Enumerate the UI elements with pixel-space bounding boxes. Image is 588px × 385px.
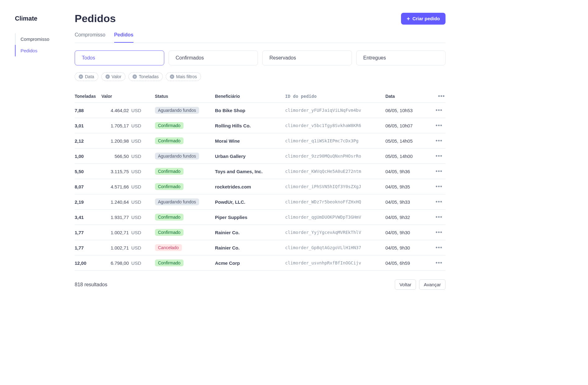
- cell-tons: 8,07: [75, 179, 101, 194]
- cell-amount: 6.798,00USD: [101, 255, 155, 271]
- cell-status: Confirmado: [155, 179, 215, 194]
- cell-actions: •••: [432, 103, 446, 118]
- table-row[interactable]: 1,00566,50USDAguardando fundosUrban Gall…: [75, 149, 446, 164]
- cell-amount: 1.200,98USD: [101, 133, 155, 149]
- chip-label: Toneladas: [139, 74, 159, 79]
- chip-label: Valor: [112, 74, 122, 79]
- cell-actions: •••: [432, 225, 446, 240]
- row-more-icon[interactable]: •••: [436, 168, 443, 174]
- back-button[interactable]: Voltar: [395, 279, 416, 290]
- currency-label: USD: [131, 230, 141, 235]
- col-order-id[interactable]: ID do pedido: [285, 90, 385, 103]
- cell-order-id: climorder_WDz7r5beoknoFfZHxHQ: [285, 194, 385, 210]
- cell-status: Confirmado: [155, 210, 215, 225]
- cell-tons: 2,19: [75, 194, 101, 210]
- sidebar-item-1[interactable]: Pedidos: [15, 45, 62, 56]
- table-row[interactable]: 12,006.798,00USDConfirmadoAcme Corpclimo…: [75, 255, 446, 271]
- row-more-icon[interactable]: •••: [436, 245, 443, 251]
- col-date[interactable]: Data: [385, 90, 432, 103]
- status-badge: Confirmado: [155, 183, 184, 190]
- status-badge: Confirmado: [155, 214, 184, 221]
- cell-beneficiary: Acme Corp: [215, 255, 285, 271]
- col-status[interactable]: Status: [155, 90, 215, 103]
- plus-circle-icon: +: [170, 74, 174, 79]
- cell-order-id: climorder_qgUmDUOKPVWDpT3GHmV: [285, 210, 385, 225]
- cell-tons: 2,12: [75, 133, 101, 149]
- row-more-icon[interactable]: •••: [436, 214, 443, 220]
- cell-actions: •••: [432, 240, 446, 255]
- status-badge: Confirmado: [155, 259, 184, 266]
- row-more-icon[interactable]: •••: [436, 229, 443, 235]
- header-more-icon[interactable]: •••: [438, 93, 446, 99]
- table-row[interactable]: 3,011.705,17USDConfirmadoRolling Hills C…: [75, 118, 446, 133]
- amount-value: 566,50: [114, 154, 129, 159]
- table-row[interactable]: 2,121.200,98USDConfirmadoMorai Wineclimo…: [75, 133, 446, 149]
- row-more-icon[interactable]: •••: [436, 122, 443, 129]
- table-row[interactable]: 5,503.115,75USDConfirmadoToys and Games,…: [75, 164, 446, 179]
- table-row[interactable]: 3,411.931,77USDConfirmadoPiper Suppliesc…: [75, 210, 446, 225]
- sidebar: Climate CompromissoPedidos: [0, 0, 62, 302]
- cell-amount: 1.931,77USD: [101, 210, 155, 225]
- status-badge: Aguardando fundos: [155, 107, 199, 114]
- table-row[interactable]: 1,771.002,71USDConfirmadoRainier Co.clim…: [75, 225, 446, 240]
- cell-actions: •••: [432, 255, 446, 271]
- header: Pedidos + Criar pedido: [75, 12, 446, 25]
- row-more-icon[interactable]: •••: [436, 260, 443, 266]
- chip-label: Mais filtros: [176, 74, 197, 79]
- filter-chip-2[interactable]: +Toneladas: [128, 72, 163, 81]
- cell-status: Confirmado: [155, 164, 215, 179]
- amount-value: 1.705,17: [111, 123, 129, 128]
- row-more-icon[interactable]: •••: [436, 199, 443, 205]
- filter-card-2[interactable]: Reservados: [262, 50, 352, 65]
- filter-chips: +Data+Valor+Toneladas+Mais filtros: [75, 72, 446, 81]
- cell-tons: 1,77: [75, 225, 101, 240]
- cell-tons: 3,01: [75, 118, 101, 133]
- row-more-icon[interactable]: •••: [436, 107, 443, 113]
- create-order-label: Criar pedido: [413, 16, 440, 21]
- filter-card-3[interactable]: Entregues: [356, 50, 446, 65]
- currency-label: USD: [131, 108, 141, 113]
- currency-label: USD: [131, 215, 141, 220]
- sidebar-nav: CompromissoPedidos: [15, 33, 62, 56]
- tab-1[interactable]: Pedidos: [114, 32, 133, 43]
- filter-card-1[interactable]: Confirmados: [169, 50, 258, 65]
- cell-status: Confirmado: [155, 225, 215, 240]
- cell-amount: 1.002,71USD: [101, 225, 155, 240]
- row-more-icon[interactable]: •••: [436, 183, 443, 190]
- cell-tons: 1,00: [75, 149, 101, 164]
- table-row[interactable]: 8,074.571,66USDConfirmadorocketrides.com…: [75, 179, 446, 194]
- table-row[interactable]: 1,771.002,71USDCanceladoRainier Co.climo…: [75, 240, 446, 255]
- table-body: 7,884.464,02USDAguardando fundosBo Bike …: [75, 103, 446, 271]
- currency-label: USD: [131, 199, 141, 205]
- row-more-icon[interactable]: •••: [436, 138, 443, 144]
- col-amount[interactable]: Valor: [101, 90, 155, 103]
- sidebar-item-0[interactable]: Compromisso: [15, 33, 62, 45]
- cell-order-id: climorder_yFUFJaiqViLNqFvm4bv: [285, 103, 385, 118]
- cell-status: Confirmado: [155, 118, 215, 133]
- cell-order-id: climorder_Gp8qtAGzgoVLlH1HN37: [285, 240, 385, 255]
- col-tons[interactable]: Toneladas: [75, 90, 101, 103]
- cell-order-id: climorder_usvnhpRxfBfInOGCijv: [285, 255, 385, 271]
- status-badge: Confirmado: [155, 229, 184, 236]
- cell-order-id: climorder_9zz90MQuQNxnPHOsrRo: [285, 149, 385, 164]
- filter-chip-1[interactable]: +Valor: [101, 72, 126, 81]
- amount-value: 6.798,00: [111, 260, 129, 266]
- table-row[interactable]: 7,884.464,02USDAguardando fundosBo Bike …: [75, 103, 446, 118]
- results-count: 818 resultados: [75, 282, 107, 288]
- filter-chip-0[interactable]: +Data: [75, 72, 98, 81]
- filter-chip-3[interactable]: +Mais filtros: [166, 72, 201, 81]
- next-button[interactable]: Avançar: [419, 279, 446, 290]
- row-more-icon[interactable]: •••: [436, 153, 443, 159]
- create-order-button[interactable]: + Criar pedido: [401, 13, 446, 25]
- table-row[interactable]: 2,191.240,64USDAguardando fundosPowdUr, …: [75, 194, 446, 210]
- filter-card-0[interactable]: Todos: [75, 50, 164, 65]
- cell-actions: •••: [432, 179, 446, 194]
- col-beneficiary[interactable]: Beneficiário: [215, 90, 285, 103]
- tab-0[interactable]: Compromisso: [75, 32, 105, 43]
- chip-label: Data: [85, 74, 94, 79]
- cell-amount: 1.240,64USD: [101, 194, 155, 210]
- cell-amount: 1.705,17USD: [101, 118, 155, 133]
- cell-tons: 5,50: [75, 164, 101, 179]
- cell-date: 04/05, 9h35: [385, 179, 432, 194]
- cell-tons: 12,00: [75, 255, 101, 271]
